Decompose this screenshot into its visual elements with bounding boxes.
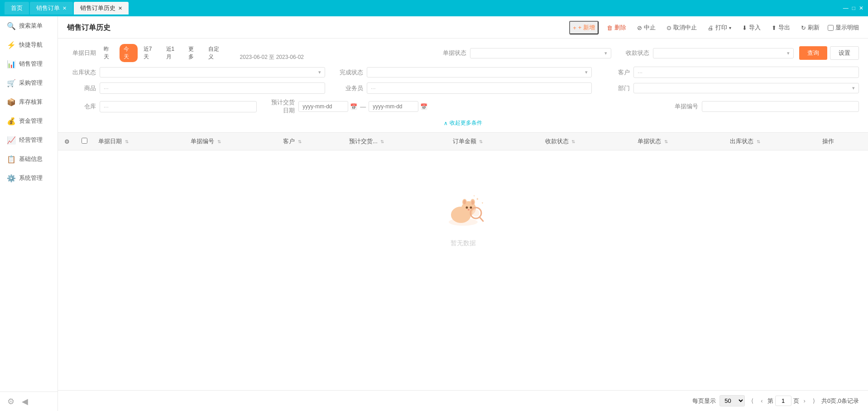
date-range: 2023-06-02 至 2023-06-02 <box>240 53 304 62</box>
display-toggle[interactable]: 显示明细 <box>828 24 859 32</box>
page-header: 销售订单历史 + + 新增 🗑 删除 ⊘ 中止 ⊙ 取消中止 <box>58 16 868 39</box>
svg-point-6 <box>471 200 474 205</box>
print-button[interactable]: 🖨 打印 ▾ <box>705 22 734 34</box>
salesman-label: 业务员 <box>334 84 367 92</box>
customer-input[interactable]: ··· <box>633 67 859 78</box>
date-filter: 昨天 今天 近7天 近1月 更多 自定义 <box>100 44 227 62</box>
date-btn-7days[interactable]: 近7天 <box>139 44 160 62</box>
toolbar: + + 新增 🗑 删除 ⊘ 中止 ⊙ 取消中止 🖨 打印 <box>569 21 859 34</box>
tab-sales-history-close[interactable]: ✕ <box>118 5 122 11</box>
settings-gear-icon[interactable]: ⚙ <box>64 138 70 145</box>
receipt-status-select[interactable]: ▾ <box>653 48 794 58</box>
basicinfo-icon: 📋 <box>7 155 15 163</box>
first-page-button[interactable]: ⟨ <box>748 396 756 406</box>
stop-icon: ⊘ <box>637 24 642 31</box>
sidebar-item-system[interactable]: ⚙️ 系统管理 <box>0 169 58 188</box>
sidebar-collapse-icon[interactable]: ◀ <box>22 396 28 406</box>
th-bill-status[interactable]: 单据状态 ⇅ <box>632 133 724 150</box>
tab-sales-history[interactable]: 销售订单历史 ✕ <box>74 2 129 15</box>
th-amount[interactable]: 订单金额 ⇅ <box>447 133 540 150</box>
date-btn-1month[interactable]: 近1月 <box>162 44 183 62</box>
outbound-status-select[interactable]: ▾ <box>100 67 325 77</box>
sidebar-item-operations-label: 经营管理 <box>19 136 43 144</box>
th-outbound-status-sort-icon: ⇅ <box>757 139 760 144</box>
svg-text:✦: ✦ <box>473 194 475 197</box>
date-btn-custom[interactable]: 自定义 <box>204 44 227 62</box>
maximize-icon[interactable]: □ <box>852 5 855 11</box>
complete-status-label: 完成状态 <box>334 68 367 77</box>
calendar-from-icon[interactable]: 📅 <box>350 103 357 110</box>
import-button[interactable]: ⬇ 导入 <box>739 22 763 34</box>
th-delivery[interactable]: 预计交货... ⇅ <box>344 133 447 150</box>
sidebar-item-quicknav[interactable]: ⚡ 快捷导航 <box>0 35 58 54</box>
sidebar-item-purchase[interactable]: 🛒 采购管理 <box>0 73 58 92</box>
tab-sales-order[interactable]: 销售订单 ✕ <box>30 2 73 15</box>
last-page-button[interactable]: ⟩ <box>810 396 818 406</box>
th-date[interactable]: 单据日期 ⇅ <box>93 133 185 150</box>
department-select[interactable]: ▾ <box>633 83 859 93</box>
status-select[interactable]: ▾ <box>470 48 611 58</box>
date-btn-yesterday[interactable]: 昨天 <box>100 44 118 62</box>
th-check[interactable] <box>76 133 93 150</box>
page-size-select[interactable]: 50 100 200 <box>719 395 745 406</box>
new-button[interactable]: + + 新增 <box>569 21 599 34</box>
stop-button[interactable]: ⊘ 中止 <box>634 22 658 34</box>
order-no-input[interactable] <box>702 101 859 112</box>
close-icon[interactable]: ✕ <box>859 5 863 11</box>
page-size-label: 每页显示 <box>692 397 716 405</box>
sidebar-item-finance[interactable]: 💰 资金管理 <box>0 111 58 131</box>
display-toggle-checkbox[interactable] <box>828 25 834 31</box>
minimize-icon[interactable]: — <box>843 5 849 11</box>
complete-arrow-icon: ▾ <box>585 69 588 75</box>
sidebar-item-sales-label: 销售管理 <box>19 60 43 68</box>
table-body: ✦ ✦ ✦ 暂无数据 <box>58 150 868 275</box>
th-order-no[interactable]: 单据编号 ⇅ <box>185 133 278 150</box>
receipt-status-select-arrow: ▾ <box>787 50 790 56</box>
next-page-button[interactable]: › <box>801 396 808 406</box>
th-receipt-status-sort-icon: ⇅ <box>571 139 575 144</box>
date-btn-today[interactable]: 今天 <box>120 44 138 62</box>
th-customer[interactable]: 客户 ⇅ <box>278 133 344 150</box>
outbound-status-col: 出库状态 ▾ <box>67 67 325 77</box>
page-nav: ⟨ ‹ 第 页 › ⟩ <box>748 396 818 406</box>
calendar-to-icon[interactable]: 📅 <box>420 103 427 110</box>
select-all-checkbox[interactable] <box>82 138 87 144</box>
sidebar-item-search[interactable]: 🔍 搜索菜单 <box>0 16 58 35</box>
delete-icon: 🗑 <box>607 24 613 31</box>
salesman-input[interactable]: ··· <box>367 82 592 94</box>
sidebar-item-operations[interactable]: 📈 经营管理 <box>0 131 58 150</box>
sidebar-item-basicinfo[interactable]: 📋 基础信息 <box>0 150 58 169</box>
page-input[interactable] <box>775 396 791 406</box>
filter-row-4: 仓库 ··· 预计交货日期 📅 — 📅 单据编号 <box>67 98 859 115</box>
delivery-date-to[interactable] <box>369 101 418 112</box>
th-receipt-status[interactable]: 收款状态 ⇅ <box>540 133 632 150</box>
settings-button[interactable]: 设置 <box>830 46 859 60</box>
date-btn-more[interactable]: 更多 <box>184 44 202 62</box>
th-receipt-status-label: 收款状态 <box>545 138 569 145</box>
salesman-col: 业务员 ··· <box>334 82 592 94</box>
th-bill-status-label: 单据状态 <box>638 138 661 145</box>
tab-home[interactable]: 首页 <box>5 2 29 15</box>
complete-status-select[interactable]: ▾ <box>367 67 592 77</box>
tab-sales-order-close[interactable]: ✕ <box>62 5 67 11</box>
sidebar-item-sales[interactable]: 📊 销售管理 <box>0 54 58 73</box>
refresh-button[interactable]: ↻ 刷新 <box>798 22 822 34</box>
collapse-row[interactable]: ∧ 收起更多条件 <box>67 119 859 127</box>
empty-state: ✦ ✦ ✦ 暂无数据 <box>58 150 868 275</box>
delivery-date-label: 预计交货日期 <box>266 98 298 115</box>
status-select-arrow: ▾ <box>604 50 607 56</box>
warehouse-input[interactable]: ··· <box>100 101 257 112</box>
sidebar-item-inventory[interactable]: 📦 库存核算 <box>0 92 58 111</box>
delete-button[interactable]: 🗑 删除 <box>604 22 629 34</box>
export-button[interactable]: ⬆ 导出 <box>769 22 793 34</box>
cancel-stop-button[interactable]: ⊙ 取消中止 <box>664 22 700 34</box>
delivery-date-from[interactable] <box>298 101 348 112</box>
query-button[interactable]: 查询 <box>799 46 827 60</box>
th-customer-sort-icon: ⇅ <box>298 139 302 144</box>
cancel-stop-icon: ⊙ <box>667 24 671 31</box>
th-settings[interactable]: ⚙ <box>58 133 76 150</box>
th-outbound-status[interactable]: 出库状态 ⇅ <box>724 133 817 150</box>
product-input[interactable]: ··· <box>100 82 325 94</box>
sidebar-settings-icon[interactable]: ⚙ <box>7 396 14 406</box>
prev-page-button[interactable]: ‹ <box>758 396 765 406</box>
